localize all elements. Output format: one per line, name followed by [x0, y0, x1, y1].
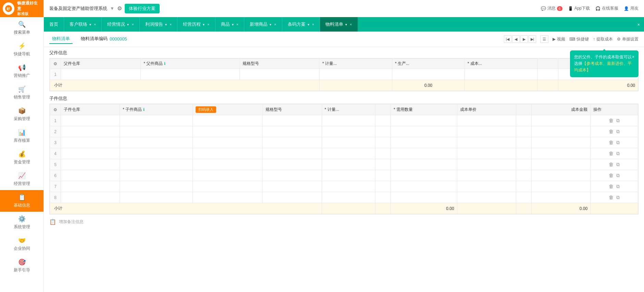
nav-tab-close-5[interactable]: ×: [236, 22, 238, 26]
parent-product-cell[interactable]: [141, 69, 239, 80]
col-settings-icon[interactable]: ⚙: [53, 61, 57, 66]
child-product-2[interactable]: [120, 137, 193, 148]
nav-tab-3[interactable]: 利润报告▾×: [140, 17, 177, 32]
scan-input-button[interactable]: 扫码录入: [196, 106, 216, 113]
child-unitprice-0[interactable]: [457, 115, 516, 126]
copy-button-7[interactable]: ⧉: [616, 194, 620, 201]
copy-button-4[interactable]: ⧉: [616, 161, 620, 168]
copy-button-5[interactable]: ⧉: [616, 172, 620, 179]
child-unitprice-3[interactable]: [457, 148, 516, 159]
nav-tab-8[interactable]: 物料清单▾×: [320, 17, 358, 32]
try-button[interactable]: 体验行业方案: [125, 4, 160, 13]
sidebar-item-2[interactable]: 📢营销推广: [0, 60, 44, 82]
sidebar-item-10[interactable]: 🤝企业协同: [0, 233, 44, 255]
shortcut-button[interactable]: ⌨ 快捷键: [569, 36, 589, 42]
sidebar-item-0[interactable]: 🔍搜索菜单: [0, 17, 44, 39]
child-qty-7[interactable]: [391, 192, 457, 203]
child-scan-7[interactable]: [193, 192, 263, 203]
delete-button-6[interactable]: 🗑: [608, 183, 614, 190]
close-all-tabs-button[interactable]: ×: [633, 22, 644, 27]
child-spec-5[interactable]: [263, 170, 322, 181]
settings-button[interactable]: ⚙: [117, 5, 122, 12]
nav-tab-0[interactable]: 首页: [44, 17, 64, 32]
parent-unit-cell[interactable]: [320, 69, 392, 80]
child-product-7[interactable]: [120, 192, 193, 203]
child-product-6[interactable]: [120, 181, 193, 192]
child-spec-6[interactable]: [263, 181, 322, 192]
child-product-1[interactable]: [120, 126, 193, 137]
online-service-button[interactable]: 🎧 在线客服: [595, 5, 618, 11]
nav-tab-close-1[interactable]: ×: [94, 22, 96, 26]
tooltip-close-button[interactable]: ×: [632, 54, 634, 60]
copy-button-1[interactable]: ⧉: [616, 128, 620, 135]
child-spec-1[interactable]: [263, 126, 322, 137]
child-qty-6[interactable]: [391, 181, 457, 192]
parent-warehouse-cell[interactable]: [61, 69, 141, 80]
parent-prod-cell[interactable]: [392, 69, 465, 80]
child-unit-2[interactable]: [322, 137, 375, 148]
child-unit-6[interactable]: [322, 181, 375, 192]
nav-tab-7[interactable]: 条码方案▾×: [282, 17, 320, 32]
child-unit-5[interactable]: [322, 170, 375, 181]
delete-button-1[interactable]: 🗑: [608, 128, 614, 135]
child-warehouse-3[interactable]: [61, 148, 120, 159]
child-scan-6[interactable]: [193, 181, 263, 192]
copy-button-6[interactable]: ⧉: [616, 183, 620, 190]
delete-button-2[interactable]: 🗑: [608, 139, 614, 146]
sidebar-item-9[interactable]: ⚙️系统管理: [0, 212, 44, 233]
child-scan-1[interactable]: [193, 126, 263, 137]
child-warehouse-0[interactable]: [61, 115, 120, 126]
child-warehouse-1[interactable]: [61, 126, 120, 137]
child-unit-0[interactable]: [322, 115, 375, 126]
child-product-0[interactable]: [120, 115, 193, 126]
dropdown-arrow-icon[interactable]: ▼: [110, 6, 114, 11]
child-warehouse-6[interactable]: [61, 181, 120, 192]
nav-tab-close-3[interactable]: ×: [170, 22, 172, 26]
nav-tab-6[interactable]: 新增商品▾×: [244, 17, 282, 32]
nav-tab-close-2[interactable]: ×: [132, 22, 134, 26]
child-spec-7[interactable]: [263, 192, 322, 203]
sidebar-item-4[interactable]: 📦采购管理: [0, 104, 44, 125]
child-spec-0[interactable]: [263, 115, 322, 126]
child-scan-0[interactable]: [193, 115, 263, 126]
child-unitprice-2[interactable]: [457, 137, 516, 148]
child-scan-2[interactable]: [193, 137, 263, 148]
extract-cost-button[interactable]: ↑ 提取成本: [593, 36, 613, 42]
app-download-button[interactable]: 📱 App下载: [568, 5, 590, 11]
nav-tab-close-7[interactable]: ×: [312, 22, 314, 26]
child-warehouse-7[interactable]: [61, 192, 120, 203]
message-button[interactable]: 💬 消息 6: [541, 5, 562, 11]
child-qty-2[interactable]: [391, 137, 457, 148]
delete-button-4[interactable]: 🗑: [608, 161, 614, 168]
nav-tab-4[interactable]: 经营历程▾×: [177, 17, 215, 32]
child-qty-5[interactable]: [391, 170, 457, 181]
nav-tab-close-8[interactable]: ×: [350, 22, 352, 26]
child-unitprice-4[interactable]: [457, 159, 516, 170]
child-spec-2[interactable]: [263, 137, 322, 148]
child-qty-4[interactable]: [391, 159, 457, 170]
sidebar-item-5[interactable]: 📊库存核算: [0, 125, 44, 147]
sub-tab-code[interactable]: 物料清单编码 0000005: [78, 34, 130, 44]
next-last-button[interactable]: ▶|: [529, 35, 536, 43]
child-qty-0[interactable]: [391, 115, 457, 126]
child-spec-4[interactable]: [263, 159, 322, 170]
doc-settings-button[interactable]: ⚙ 单据设置: [617, 36, 639, 42]
child-spec-3[interactable]: [263, 148, 322, 159]
child-warehouse-5[interactable]: [61, 170, 120, 181]
copy-button-0[interactable]: ⧉: [616, 117, 620, 124]
sub-tab-list[interactable]: 物料清单: [49, 34, 73, 44]
sidebar-item-3[interactable]: 🛒销售管理: [0, 82, 44, 104]
child-unitprice-1[interactable]: [457, 126, 516, 137]
user-menu[interactable]: 👤 用友: [624, 5, 639, 11]
delete-button-3[interactable]: 🗑: [608, 150, 614, 157]
sidebar-item-7[interactable]: 📈经营管理: [0, 168, 44, 190]
sidebar-item-8[interactable]: 📋基础信息: [0, 190, 44, 212]
sidebar-item-6[interactable]: 💰资金管理: [0, 147, 44, 168]
parent-cost-cell[interactable]: [465, 69, 537, 80]
prev-button[interactable]: ◀: [512, 35, 520, 43]
nav-tab-close-6[interactable]: ×: [274, 22, 276, 26]
grid-view-button[interactable]: ☰: [540, 35, 548, 43]
delete-button-0[interactable]: 🗑: [608, 117, 614, 124]
child-warehouse-4[interactable]: [61, 159, 120, 170]
delete-button-5[interactable]: 🗑: [608, 172, 614, 179]
